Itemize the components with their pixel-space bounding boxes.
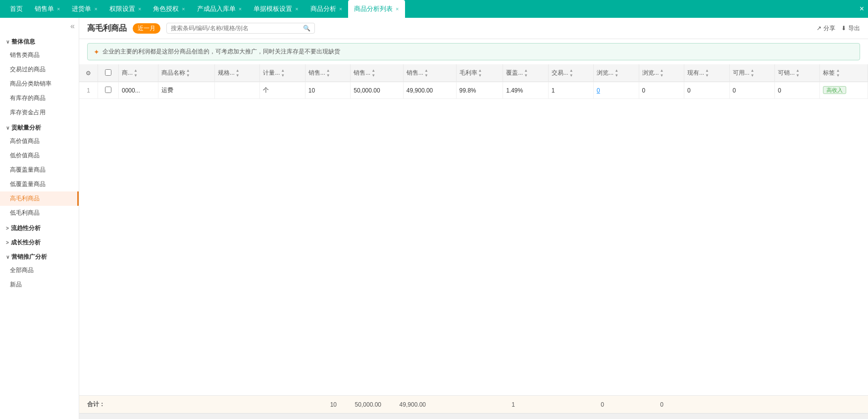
tag-badge: 高收入: [823, 86, 846, 94]
sort-icon: ▲▼: [751, 68, 755, 78]
sidebar-item[interactable]: 商品分类助销率: [0, 77, 79, 91]
close-tab-icon[interactable]: ×: [94, 0, 97, 18]
search-icon[interactable]: 🔍: [303, 25, 310, 32]
info-banner: ✦ 企业的主要的利润都是这部分商品创造的，可考虑加大推广，同时关注库存是不要出现…: [87, 43, 860, 60]
nav-tab-角色授权[interactable]: 角色授权×: [147, 0, 191, 18]
close-tab-icon[interactable]: ×: [295, 0, 298, 18]
nav-tab-销售单[interactable]: 销售单×: [29, 0, 66, 18]
table-header-tag[interactable]: 标签▲▼: [820, 64, 868, 82]
sort-icon: ▲▼: [326, 68, 330, 78]
main-layout: « ∨整体信息销售类商品交易过的商品商品分类助销率有库存的商品库存资金占用∨贡献…: [0, 18, 868, 419]
row-sale_amount: 50,000.00: [351, 82, 404, 99]
export-button[interactable]: ⬇ 导出: [841, 24, 860, 33]
select-all-checkbox[interactable]: [105, 69, 111, 76]
sidebar-group-label[interactable]: ∨贡献量分析: [0, 120, 79, 134]
footer-spacer1: [127, 401, 147, 408]
close-tab-icon[interactable]: ×: [339, 0, 342, 18]
sidebar-item[interactable]: 库存资金占用: [0, 105, 79, 120]
footer-spacer7: [429, 401, 459, 408]
sidebar-item[interactable]: 全部商品: [0, 263, 79, 278]
footer-cells: 10 50,000.00 49,900.00 1 0 0: [127, 401, 860, 408]
footer-label: 合计：: [87, 400, 127, 409]
sidebar-group-label[interactable]: >成长性分析: [0, 234, 79, 249]
close-tab-icon[interactable]: ×: [57, 0, 60, 18]
sidebar-item[interactable]: 高毛利商品: [0, 191, 79, 206]
table-header-gear: ⚙: [79, 64, 98, 82]
table-header-browse1[interactable]: 浏览...▲▼: [594, 64, 639, 82]
col-label: 标签: [823, 69, 835, 77]
table-header-browse2[interactable]: 浏览...▲▼: [639, 64, 684, 82]
sidebar-collapse-button[interactable]: «: [70, 22, 75, 31]
table-header-trade[interactable]: 交易...▲▼: [548, 64, 593, 82]
sort-icon: ▲▼: [796, 68, 800, 78]
sidebar-group-label[interactable]: >流趋性分析: [0, 220, 79, 234]
sidebar-item[interactable]: 低价值商品: [0, 148, 79, 163]
sidebar-item[interactable]: 高覆盖量商品: [0, 163, 79, 177]
export-icon: ⬇: [841, 25, 846, 32]
nav-tab-产成品入库单[interactable]: 产成品入库单×: [191, 0, 248, 18]
footer-spacer9: [518, 401, 548, 408]
search-input[interactable]: [171, 25, 301, 32]
table-header-stock_current[interactable]: 现有...▲▼: [684, 64, 729, 82]
sidebar-item[interactable]: 销售类商品: [0, 48, 79, 62]
sidebar-group-label[interactable]: ∨整体信息: [0, 34, 79, 48]
sidebar-item[interactable]: 高价值商品: [0, 134, 79, 148]
header-actions: ↗ 分享 ⬇ 导出: [817, 24, 860, 33]
browse-link[interactable]: 0: [597, 87, 600, 94]
table-header-name[interactable]: 商品名称▲▼: [158, 64, 214, 82]
nav-tab-单据模板设置[interactable]: 单据模板设置×: [248, 0, 304, 18]
group-arrow-icon: ∨: [6, 125, 9, 131]
bottom-scrollbar[interactable]: [79, 413, 868, 419]
row-name: 运费: [158, 82, 214, 99]
close-tab-icon[interactable]: ×: [239, 0, 242, 18]
table-header-stock_available[interactable]: 可用...▲▼: [729, 64, 774, 82]
sidebar-group-label[interactable]: ∨营销推广分析: [0, 249, 79, 263]
sidebar-item[interactable]: 有库存的商品: [0, 91, 79, 105]
footer-spacer6: [285, 401, 310, 408]
row-checkbox[interactable]: [98, 82, 119, 99]
nav-tab-商品分析列表[interactable]: 商品分析列表×: [348, 0, 405, 18]
close-tab-icon[interactable]: ×: [396, 0, 399, 18]
filter-recent-month-button[interactable]: 近一月: [133, 23, 160, 34]
sidebar-item[interactable]: 低覆盖量商品: [0, 177, 79, 191]
row-sale_qty: 10: [305, 82, 350, 99]
table-header-unit[interactable]: 计量...▲▼: [260, 64, 305, 82]
sort-icon: ▲▼: [186, 68, 190, 78]
sidebar-item[interactable]: 低毛利商品: [0, 206, 79, 220]
sidebar-item[interactable]: 新品: [0, 278, 79, 292]
table-row: 10000...运费个1050,000.0049,900.0099.8%1.49…: [79, 82, 868, 99]
close-tab-icon[interactable]: ×: [182, 0, 185, 18]
close-all-button[interactable]: ×: [860, 4, 864, 13]
footer-sale-amount: 50,000.00: [340, 401, 384, 408]
settings-icon[interactable]: ⚙: [86, 70, 91, 77]
nav-tab-进货单[interactable]: 进货单×: [66, 0, 103, 18]
table-header-sale_amount[interactable]: 销售...▲▼: [351, 64, 404, 82]
sidebar-group: >成长性分析: [0, 234, 79, 249]
nav-tab-首页[interactable]: 首页: [4, 0, 29, 18]
sidebar-item[interactable]: 交易过的商品: [0, 62, 79, 77]
row-trade: 1: [548, 82, 593, 99]
row-browse2: 0: [639, 82, 684, 99]
page-title: 高毛利商品: [87, 23, 127, 34]
nav-tab-权限设置[interactable]: 权限设置×: [103, 0, 147, 18]
table-header-sale_cost[interactable]: 销售...▲▼: [403, 64, 456, 82]
sidebar: « ∨整体信息销售类商品交易过的商品商品分类助销率有库存的商品库存资金占用∨贡献…: [0, 18, 79, 419]
nav-tab-商品分析[interactable]: 商品分析×: [305, 0, 348, 18]
close-tab-icon[interactable]: ×: [138, 0, 141, 18]
sort-icon: ▲▼: [424, 68, 428, 78]
table-header-code[interactable]: 商...▲▼: [119, 64, 158, 82]
sort-icon: ▲▼: [660, 68, 664, 78]
col-label: 销售...: [354, 69, 370, 77]
col-label: 毛利率: [460, 69, 477, 77]
share-button[interactable]: ↗ 分享: [817, 24, 835, 33]
row-stock_current: 0: [684, 82, 729, 99]
row-browse1[interactable]: 0: [594, 82, 639, 99]
table-header-coverage[interactable]: 覆盖...▲▼: [503, 64, 548, 82]
table-header-spec[interactable]: 规格...▲▼: [214, 64, 259, 82]
footer-trade: 1: [488, 401, 518, 408]
row-select-checkbox[interactable]: [105, 87, 111, 93]
table-header-gross_margin[interactable]: 毛利率▲▼: [456, 64, 503, 82]
table-header-sale_qty[interactable]: 销售...▲▼: [305, 64, 350, 82]
table-container[interactable]: ⚙商...▲▼商品名称▲▼规格...▲▼计量...▲▼销售...▲▼销售...▲…: [79, 64, 868, 395]
table-header-stock_saleable[interactable]: 可销...▲▼: [774, 64, 819, 82]
